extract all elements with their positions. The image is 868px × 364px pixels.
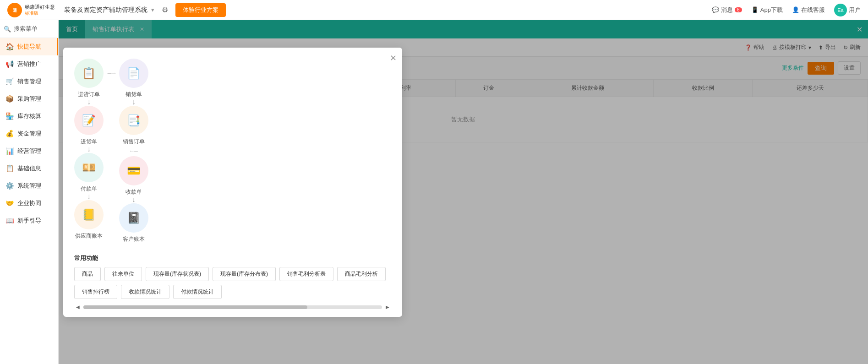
- svg-text:通: 通: [13, 8, 17, 13]
- home-icon: 🏠: [5, 43, 14, 51]
- purchase-bill-icon: 📝: [74, 106, 104, 135]
- sidebar-item-purchase[interactable]: 📦 采购管理: [0, 90, 58, 108]
- top-right-area: 💬 消息 6 📱 App下载 👤 在线客服 Ea 用户: [712, 4, 861, 16]
- sidebar-search[interactable]: 🔍 搜索菜单: [0, 20, 58, 38]
- logo-area: 通 畅康通好生意 标准版: [7, 3, 55, 17]
- flow-node-supplier-account[interactable]: 📒 供应商账本: [74, 200, 104, 240]
- service-icon: 👤: [792, 6, 799, 13]
- sidebar-item-enterprise[interactable]: 🤝 企业协同: [0, 195, 58, 212]
- cf-btn-partner[interactable]: 往来单位: [104, 267, 142, 281]
- sidebar-item-inventory[interactable]: 🏪 库存核算: [0, 108, 58, 125]
- cf-btn-product[interactable]: 商品: [74, 267, 101, 281]
- customer-account-label: 客户账本: [123, 235, 145, 243]
- sales-order-label: 销售订单: [123, 138, 145, 146]
- flow-node-purchase-bill[interactable]: 📝 进货单: [74, 106, 104, 146]
- common-functions: 常用功能 商品 往来单位 现存量(库存状况表) 现存量(库存分布表) 销售毛利分…: [74, 254, 391, 299]
- logo-text: 畅康通好生意 标准版: [25, 4, 55, 16]
- sales-icon: 🛒: [5, 77, 14, 86]
- scrollbar-thumb: [83, 305, 307, 309]
- quick-nav-modal: ✕ 📋 进货订单 ↓ 📝 进货单: [63, 48, 402, 317]
- cf-btn-sales-rank[interactable]: 销售排行榜: [74, 285, 117, 299]
- system-title: 装备及固定资产辅助管理系统: [64, 6, 147, 14]
- supplier-account-label: 供应商账本: [75, 232, 103, 240]
- sidebar-item-sales[interactable]: 🛒 销售管理: [0, 73, 58, 90]
- message-button[interactable]: 💬 消息 6: [712, 6, 742, 14]
- avatar: Ea: [834, 4, 847, 16]
- common-functions-title: 常用功能: [74, 254, 391, 262]
- flow-node-payment[interactable]: 💴 付款单: [74, 153, 104, 193]
- supplier-account-icon: 📒: [74, 200, 104, 229]
- flow-node-sales-order[interactable]: 📑 销售订单: [119, 106, 148, 146]
- app-download-button[interactable]: 📱 App下载: [751, 6, 783, 14]
- guide-icon: 📖: [5, 217, 14, 225]
- cf-btn-stock-dist[interactable]: 现存量(库存分布表): [213, 267, 276, 281]
- finance-icon: 💰: [5, 130, 14, 138]
- flow-node-receipt[interactable]: 💳 收款单: [119, 156, 148, 196]
- arrow-down-3: ↓: [87, 193, 91, 200]
- cf-btn-payment-stats[interactable]: 付款情况统计: [173, 285, 222, 299]
- system-icon: ⚙️: [5, 182, 14, 190]
- sidebar: 🔍 搜索菜单 🏠 快捷导航 📢 营销推广 🛒 销售管理 📦 采购管理 🏪: [0, 20, 59, 364]
- cf-btn-stock-status[interactable]: 现存量(库存状况表): [146, 267, 209, 281]
- arrow-down-4: ↓: [132, 98, 136, 106]
- message-badge: 6: [735, 7, 742, 12]
- settings-icon[interactable]: ⚙: [162, 5, 168, 14]
- sidebar-item-guide[interactable]: 📖 新手引导: [0, 212, 58, 229]
- sidebar-item-operation[interactable]: 📊 经营管理: [0, 142, 58, 160]
- cf-btn-sales-gross[interactable]: 销售毛利分析表: [279, 267, 333, 281]
- online-service-button[interactable]: 👤 在线客服: [792, 6, 825, 14]
- customer-account-icon: 📓: [119, 203, 148, 233]
- system-dropdown-icon[interactable]: ▾: [151, 6, 154, 13]
- flow-node-purchase-order[interactable]: 📋 进货订单: [74, 59, 104, 98]
- receipt-label: 收款单: [126, 188, 142, 196]
- cf-btn-product-gross[interactable]: 商品毛利分析: [337, 267, 386, 281]
- receipt-icon: 💳: [119, 156, 148, 185]
- modal-close-button[interactable]: ✕: [390, 53, 397, 63]
- payment-icon: 💴: [74, 153, 104, 182]
- trial-button[interactable]: 体验行业方案: [175, 3, 226, 17]
- flow-node-sales-bill[interactable]: 📄 销货单: [119, 59, 148, 98]
- logo-icon: 通: [7, 3, 22, 17]
- purchase-bill-label: 进货单: [81, 138, 97, 146]
- sidebar-item-quick-nav[interactable]: 🏠 快捷导航: [0, 38, 58, 55]
- cf-buttons-row1: 商品 往来单位 现存量(库存状况表) 现存量(库存分布表) 销售毛利分析表 商品…: [74, 267, 391, 281]
- sidebar-item-finance[interactable]: 💰 资金管理: [0, 125, 58, 142]
- scroll-left-arrow[interactable]: ◀: [74, 304, 82, 310]
- basic-info-icon: 📋: [5, 164, 14, 173]
- sales-bill-label: 销货单: [126, 91, 142, 98]
- content-area: 首页 销售订单执行表 ✕ ✕ ❓ 帮助 🖨 按模板打印: [59, 20, 868, 364]
- cf-buttons-row2: 销售排行榜 收款情况统计 付款情况统计: [74, 285, 391, 299]
- sidebar-item-basic-info[interactable]: 📋 基础信息: [0, 160, 58, 177]
- arrow-down-1: ↓: [87, 98, 91, 106]
- operation-icon: 📊: [5, 147, 14, 155]
- marketing-icon: 📢: [5, 60, 14, 68]
- search-icon: 🔍: [4, 26, 11, 33]
- top-bar: 通 畅康通好生意 标准版 装备及固定资产辅助管理系统 ▾ ⚙ 体验行业方案 💬 …: [0, 0, 868, 20]
- scroll-right-arrow[interactable]: ▶: [384, 304, 391, 310]
- sidebar-item-system[interactable]: ⚙️ 系统管理: [0, 177, 58, 195]
- user-menu[interactable]: Ea 用户: [834, 4, 861, 16]
- enterprise-icon: 🤝: [5, 199, 14, 207]
- modal-overlay: ✕ 📋 进货订单 ↓ 📝 进货单: [59, 20, 868, 364]
- flow-node-customer-account[interactable]: 📓 客户账本: [119, 203, 148, 243]
- inventory-icon: 🏪: [5, 112, 14, 120]
- purchase-icon: 📦: [5, 95, 14, 103]
- modal-scrollbar-area: ◀ ▶: [74, 304, 391, 310]
- arrow-down-5: ↓: [132, 196, 136, 203]
- sales-order-icon: 📑: [119, 106, 148, 135]
- sidebar-item-marketing[interactable]: 📢 营销推广: [0, 55, 58, 73]
- message-icon: 💬: [712, 6, 719, 13]
- arrow-down-2: ↓: [87, 146, 91, 153]
- purchase-order-icon: 📋: [74, 59, 104, 88]
- purchase-order-label: 进货订单: [78, 91, 100, 98]
- cf-btn-receipt-stats[interactable]: 收款情况统计: [121, 285, 169, 299]
- phone-icon: 📱: [751, 6, 759, 13]
- payment-label: 付款单: [81, 185, 97, 193]
- sales-bill-icon: 📄: [119, 59, 148, 88]
